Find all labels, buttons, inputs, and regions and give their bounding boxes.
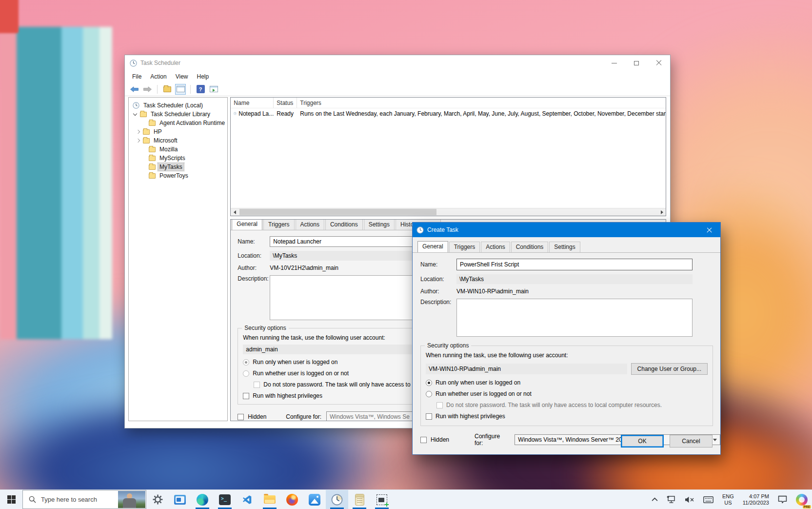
close-button[interactable] [648, 55, 670, 71]
tree-item-microsoft[interactable]: Microsoft [129, 136, 227, 145]
name-input[interactable]: PowerShell Frist Script [456, 259, 693, 270]
menu-action[interactable]: Action [146, 72, 171, 81]
tree-item-task-scheduler-local[interactable]: Task Scheduler (Local) [129, 101, 227, 110]
dialog-tab-settings[interactable]: Settings [549, 242, 580, 252]
taskbar-vscode[interactable] [236, 490, 258, 509]
tree-item-mozilla[interactable]: Mozilla [129, 145, 227, 154]
start-button[interactable] [0, 490, 22, 509]
taskbar-settings[interactable] [146, 490, 169, 509]
author-label: Author: [238, 265, 270, 271]
cancel-button[interactable]: Cancel [670, 435, 713, 448]
taskbar-file-explorer[interactable] [258, 490, 281, 509]
radio-logged-on[interactable] [243, 359, 249, 366]
name-label: Name: [238, 238, 270, 245]
taskbar-firefox[interactable] [281, 490, 303, 509]
taskbar-terminal[interactable] [214, 490, 236, 509]
maximize-icon [634, 61, 639, 65]
radio-not-logged[interactable] [426, 391, 432, 397]
maximize-button[interactable] [625, 55, 648, 71]
toolbar-back-button[interactable] [129, 84, 139, 95]
checkbox-highest-privileges[interactable] [426, 413, 432, 420]
taskbar-task-scheduler[interactable] [326, 490, 348, 509]
tree-item-hp[interactable]: HP [129, 127, 227, 136]
scrollbar-thumb[interactable] [239, 209, 436, 215]
dialog-title-bar[interactable]: Create Task [413, 223, 720, 237]
taskbar-screen-snip[interactable] [371, 490, 393, 509]
change-user-button[interactable]: Change User or Group... [631, 363, 708, 375]
checkbox-hidden[interactable] [238, 414, 244, 420]
taskbar-photos[interactable] [303, 490, 326, 509]
tree-item-myscripts[interactable]: MyScripts [129, 154, 227, 163]
scrollbar-track[interactable] [238, 208, 658, 216]
ok-button[interactable]: OK [621, 435, 664, 448]
horizontal-scrollbar[interactable] [231, 208, 666, 216]
checkbox-hidden[interactable] [420, 437, 427, 443]
dialog-title: Create Task [427, 226, 458, 233]
tree-item-label: MyScripts [158, 154, 187, 162]
security-options-group: Security options When running the task, … [420, 346, 713, 426]
column-header-triggers[interactable]: Triggers [297, 98, 666, 108]
dialog-tab-actions[interactable]: Actions [481, 242, 510, 252]
taskbar-mail[interactable] [169, 490, 191, 509]
chevron-expanded-icon[interactable] [133, 112, 138, 117]
radio-not-logged[interactable] [243, 370, 249, 377]
radio-logged-on[interactable] [426, 380, 432, 386]
toolbar-folder-button[interactable] [162, 84, 173, 95]
tray-volume-button[interactable] [680, 490, 699, 509]
minimize-button[interactable] [603, 55, 625, 71]
search-input[interactable]: Type here to search [22, 490, 146, 509]
checkbox-no-password[interactable] [254, 382, 260, 388]
scroll-left-button[interactable] [231, 208, 238, 216]
toolbar-forward-button[interactable] [142, 84, 153, 95]
checkbox-highest-privileges[interactable] [243, 393, 249, 399]
toolbar-help-button[interactable]: ? [195, 84, 206, 95]
toolbar-console-play-button[interactable] [208, 84, 219, 95]
dialog-tab-conditions[interactable]: Conditions [511, 242, 549, 252]
language-code: ENG [722, 493, 734, 500]
language-indicator[interactable]: ENG US [718, 490, 738, 509]
menu-file[interactable]: File [128, 72, 146, 81]
folder-icon [149, 156, 156, 161]
account-value: admin_main [243, 345, 438, 354]
copilot-button[interactable]: PRE [792, 490, 812, 509]
tree-item-mytasks[interactable]: MyTasks [129, 163, 227, 171]
scroll-right-button[interactable] [658, 208, 666, 216]
toolbar-console-button[interactable] [175, 84, 186, 95]
title-bar[interactable]: Task Scheduler [125, 55, 670, 71]
tab-settings[interactable]: Settings [364, 219, 395, 230]
clock-indicator[interactable]: 4:07 PM 11/20/2023 [738, 490, 773, 509]
table-row[interactable]: Notepad La... Ready Runs on the Last Wed… [231, 108, 666, 119]
taskbar-edge[interactable] [191, 490, 214, 509]
tree-item-agent-activation-runtime[interactable]: Agent Activation Runtime [129, 119, 227, 127]
tab-triggers[interactable]: Triggers [263, 219, 295, 230]
tray-network-button[interactable] [662, 490, 680, 509]
column-header-status[interactable]: Status [274, 98, 297, 108]
dialog-close-button[interactable] [698, 223, 720, 237]
tree-item-task-scheduler-library[interactable]: Task Scheduler Library [129, 110, 227, 119]
description-input[interactable] [456, 299, 693, 337]
location-value: \MyTasks [456, 274, 693, 284]
search-highlight-image[interactable] [118, 491, 145, 508]
menu-help[interactable]: Help [193, 72, 214, 81]
back-arrow-icon [130, 86, 139, 92]
folder-icon [149, 173, 156, 179]
chevron-right-icon[interactable] [136, 138, 140, 143]
menu-view[interactable]: View [171, 72, 193, 81]
tree-item-powertoys[interactable]: PowerToys [129, 171, 227, 180]
taskbar-scroll-app[interactable] [348, 490, 371, 509]
radio-not-logged-label: Run whether user is logged on or not [436, 390, 532, 397]
tray-expand-button[interactable] [647, 490, 662, 509]
dialog-tab-triggers[interactable]: Triggers [449, 242, 480, 252]
tab-general[interactable]: General [232, 219, 262, 230]
tab-conditions[interactable]: Conditions [325, 219, 363, 230]
tab-actions[interactable]: Actions [296, 219, 324, 230]
notification-center-button[interactable] [773, 490, 792, 509]
column-header-name[interactable]: Name [231, 98, 274, 108]
tray-keyboard-button[interactable] [699, 490, 718, 509]
chevron-right-icon[interactable] [136, 129, 140, 134]
console-play-icon [210, 86, 218, 92]
checkbox-no-password[interactable] [436, 402, 443, 408]
dialog-tab-general[interactable]: General [417, 241, 448, 252]
firefox-icon [286, 494, 298, 506]
configure-for-label: Configure for: [475, 433, 510, 447]
